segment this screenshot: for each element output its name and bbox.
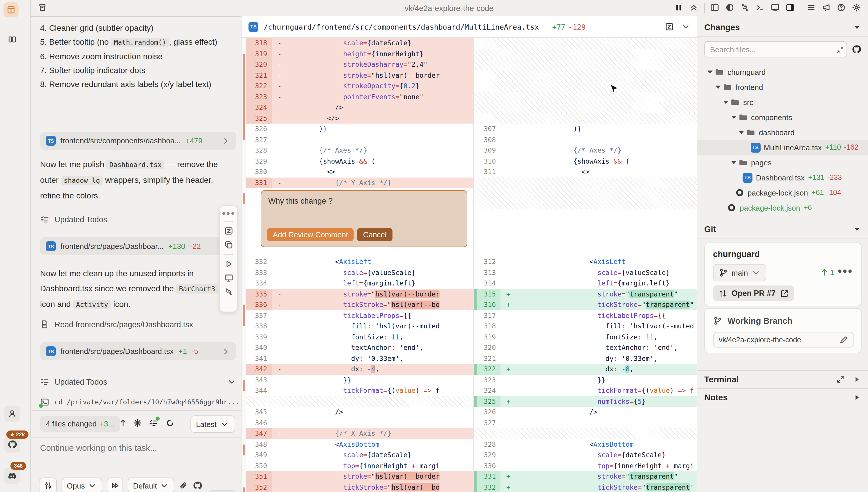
panel-left-icon[interactable] xyxy=(710,3,720,13)
tree-item-pages[interactable]: pages xyxy=(697,155,868,170)
diff-context-row[interactable]: 337 tickLabelProps={{ xyxy=(246,310,473,321)
diff-context-row[interactable]: 308 xyxy=(474,134,698,145)
send-button[interactable]: Send xyxy=(208,490,236,492)
pause-icon[interactable] xyxy=(674,3,684,13)
message-input[interactable] xyxy=(39,443,233,453)
workspace-tab-icon[interactable] xyxy=(3,2,19,18)
repo-more-button[interactable]: ●●● xyxy=(838,266,853,275)
tree-item-src[interactable]: src xyxy=(697,95,868,110)
run-icon[interactable] xyxy=(224,259,233,269)
cancel-button[interactable]: Cancel xyxy=(357,228,393,241)
tree-item-package-lock-json[interactable]: package-lock.json+61-104 xyxy=(697,185,868,200)
monitor-icon[interactable] xyxy=(771,3,780,13)
tree-item-churnguard[interactable]: churnguard xyxy=(697,65,868,79)
file-change-chip[interactable]: TS frontend/src/pages/Dashboard.tsx +1 -… xyxy=(40,342,236,360)
add-review-comment-button[interactable]: Add Review Comment xyxy=(267,228,354,241)
composer-settings-button[interactable] xyxy=(39,477,57,492)
diff-deleted-row[interactable]: 335- stroke="hsl(var(--border xyxy=(246,289,473,299)
tree-item-frontend[interactable]: frontend xyxy=(697,79,868,95)
diff-deleted-row[interactable]: 347- {/* X Axis */} xyxy=(246,428,473,439)
more-options-icon[interactable]: ●●● xyxy=(222,210,235,216)
notes-section-header[interactable]: Notes xyxy=(697,388,868,407)
diff-context-row[interactable]: 312 <AxisLeft xyxy=(474,256,698,267)
tree-item-multilinearea-tsx[interactable]: TSMultiLineArea.tsx+110-162 xyxy=(697,140,868,155)
menu-icon[interactable] xyxy=(806,3,816,13)
columns-view-icon[interactable] xyxy=(6,34,18,45)
diff-context-row[interactable]: 319 fontSize: 11, xyxy=(474,331,698,342)
branch-dropdown[interactable]: main xyxy=(713,264,767,281)
diff-context-row[interactable]: 343 }} xyxy=(246,374,473,385)
diff-context-row[interactable]: 313 scale={valueScale} xyxy=(474,267,698,278)
diff-context-row[interactable]: 332 <AxisLeft xyxy=(246,256,473,267)
diff-deleted-row[interactable]: 336- tickStroke="hsl(var(--bo xyxy=(246,299,473,310)
diff-context-row[interactable]: 323 }} xyxy=(474,374,698,385)
files-changed-chip[interactable]: 4 files changed +3... xyxy=(40,416,120,432)
collapse-tree-icon[interactable] xyxy=(836,45,845,54)
diff-context-row[interactable]: 324 tickFormat={(value) => f xyxy=(474,385,698,396)
tree-item-components[interactable]: components xyxy=(697,110,868,125)
diff-added-row[interactable]: 332+ tickStroke="transparent' xyxy=(474,482,698,492)
diff-overview-strip[interactable] xyxy=(241,38,246,492)
diff-context-row[interactable]: 307 )} xyxy=(474,124,698,134)
diff-deleted-row[interactable]: 325- </> xyxy=(246,113,473,124)
expand-icon[interactable] xyxy=(836,374,845,384)
github-cat-icon[interactable] xyxy=(193,481,202,490)
diff-context-row[interactable]: 346 xyxy=(246,417,473,428)
fast-forward-button[interactable] xyxy=(107,477,123,492)
diff-context-row[interactable]: 339 fontSize: 11, xyxy=(246,331,473,342)
file-change-chip[interactable]: TS frontend/src/pages/Dashboar... +130 -… xyxy=(40,237,236,255)
terminal-icon[interactable] xyxy=(755,3,765,13)
diff-context-row[interactable]: 348 <AxisBottom xyxy=(246,439,473,450)
tree-item-dashboard[interactable]: dashboard xyxy=(697,125,868,140)
diff-context-row[interactable]: 321 dy: '0.33em', xyxy=(474,353,698,364)
todo-update-row[interactable]: Updated Todos xyxy=(40,377,236,387)
mode-dropdown[interactable]: Default xyxy=(128,477,174,492)
terminal-command-row[interactable]: cd /private/var/folders/10/h7w0q46556ggr… xyxy=(40,397,239,407)
diff-view-icon[interactable] xyxy=(224,226,233,236)
diff-context-row[interactable]: 326 )} xyxy=(246,124,473,134)
gear-icon[interactable] xyxy=(852,3,862,13)
diff-deleted-row[interactable]: 342- dx: -4, xyxy=(246,364,473,374)
diff-context-row[interactable]: 328 {/* Axes */} xyxy=(246,145,473,156)
diff-context-row[interactable]: 334 left={margin.left} xyxy=(246,278,473,289)
changes-section-header[interactable]: Changes xyxy=(697,19,868,36)
git-section-header[interactable]: Git xyxy=(697,220,868,238)
discord-button[interactable] xyxy=(4,468,20,484)
diff-context-row[interactable]: 333 scale={valueScale} xyxy=(246,267,473,278)
diff-context-row[interactable]: 327 xyxy=(474,417,698,428)
diff-context-row[interactable]: 330 top={innerHeight + margi xyxy=(474,460,698,471)
diff-context-row[interactable]: 329 scale={dateScale} xyxy=(474,450,698,460)
diff-deleted-row[interactable]: 322- strokeOpacity={0.2} xyxy=(246,81,473,91)
panel-right-icon[interactable] xyxy=(785,3,795,13)
terminal-section-header[interactable]: Terminal xyxy=(697,370,868,388)
git-compare-icon[interactable] xyxy=(224,287,233,296)
diff-deleted-row[interactable]: 331- {/* Y Axis */} xyxy=(246,177,473,188)
file-change-chip[interactable]: TS frontend/src/components/dashboa... +4… xyxy=(40,132,236,150)
megaphone-icon[interactable] xyxy=(822,3,831,13)
diff-context-row[interactable]: 328 <AxisBottom xyxy=(474,439,698,450)
diff-context-row[interactable]: 318 fill: 'hsl(var(--muted xyxy=(474,321,698,331)
diff-deleted-row[interactable]: 352- tickStroke="hsl(var(--bo xyxy=(246,482,473,492)
account-button[interactable] xyxy=(4,405,20,422)
diff-context-row[interactable]: 310 {showAxis && ( xyxy=(474,156,698,167)
diff-deleted-row[interactable]: 318- scale={dateScale} xyxy=(246,38,473,48)
diff-deleted-row[interactable]: 321- stroke="hsl(var(--border xyxy=(246,70,473,81)
todos-status-icon[interactable] xyxy=(149,418,158,427)
search-input[interactable] xyxy=(704,41,847,57)
diff-added-row[interactable]: 315+ stroke="transparent" xyxy=(474,289,698,299)
diff-context-row[interactable]: 330 <> xyxy=(246,167,473,177)
diff-context-row[interactable]: 326 /> xyxy=(474,407,698,417)
preview-icon[interactable] xyxy=(224,273,233,282)
attach-icon[interactable] xyxy=(179,481,188,490)
diff-context-row[interactable]: 317 tickLabelProps={{ xyxy=(474,310,698,321)
diff-context-row[interactable]: 309 {/* Axes */} xyxy=(474,145,698,156)
diff-deleted-row[interactable]: 323- pointerEvents="none" xyxy=(246,91,473,102)
diff-context-row[interactable]: 350 top={innerHeight + margi xyxy=(246,460,473,471)
tree-item-package-lock-json[interactable]: package-lock.json+6 xyxy=(697,200,868,215)
collapse-file-icon[interactable] xyxy=(681,22,690,31)
arrow-up-icon[interactable] xyxy=(118,418,128,427)
git-compare-icon[interactable] xyxy=(740,3,750,13)
diff-context-row[interactable]: 329 {showAxis && ( xyxy=(246,156,473,167)
tree-item-dashboard-tsx[interactable]: TSDashboard.tsx+131-233 xyxy=(697,170,868,185)
diff-context-row[interactable]: 345 /> xyxy=(246,407,473,417)
